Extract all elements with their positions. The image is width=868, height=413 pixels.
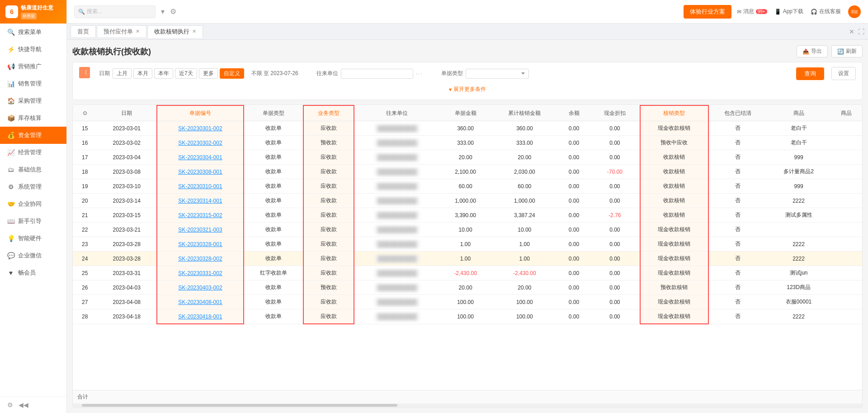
sidebar-item-quick[interactable]: ⚡快捷导航	[0, 41, 66, 58]
app-download-button[interactable]: 📱 App下载	[774, 8, 803, 15]
sidebar-item-purchase[interactable]: 🏠采购管理	[0, 92, 66, 109]
col-header-row_num[interactable]: ⊙	[73, 105, 97, 121]
solution-button[interactable]: 体验行业方案	[684, 5, 731, 19]
date-range-text: 不限 至 2023-07-26	[251, 70, 298, 77]
collapse-icon[interactable]: ◀◀	[19, 401, 28, 408]
table-row[interactable]: 162023-03-02SK-20230302-002收款单预收款███████…	[73, 136, 862, 150]
scrollbar-thumb[interactable]	[82, 404, 397, 407]
dropdown-arrow-icon[interactable]: ▾	[161, 7, 165, 16]
sidebar-item-basic[interactable]: 🗂基础信息	[0, 161, 66, 178]
cell-goods: 老白干	[767, 136, 830, 150]
close-tab-icon[interactable]: ✕	[849, 28, 854, 35]
table-row[interactable]: 262023-04-03SK-20230403-002收款单预收款███████…	[73, 280, 862, 295]
gear-icon[interactable]: ⚙	[170, 7, 176, 16]
expand-conditions-btn[interactable]: ▾ 展开更多条件	[443, 84, 491, 95]
support-button[interactable]: 🎧 在线客服	[811, 8, 841, 15]
settings-bottom-icon[interactable]: ⚙	[7, 401, 13, 408]
table-row[interactable]: 232023-03-28SK-20230328-001收款单应收款███████…	[73, 237, 862, 252]
col-header-incl_settled[interactable]: 包含已结清	[708, 105, 767, 121]
col-header-cancel_type[interactable]: 核销类型	[640, 105, 708, 121]
cell-voucher_type: 收款单	[244, 295, 303, 309]
cell-goods	[767, 223, 830, 237]
table-row[interactable]: 222023-03-21SK-20230321-003收款单应收款███████…	[73, 223, 862, 237]
sidebar-item-search[interactable]: 🔍搜索菜单	[0, 24, 66, 41]
settings-button[interactable]: 设置	[831, 67, 856, 80]
partner-dots[interactable]: ···	[416, 71, 423, 77]
col-header-goods2[interactable]: 商品	[830, 105, 862, 121]
topbar-search-box[interactable]: 🔍 搜索...	[74, 5, 156, 18]
prepay-tab-close[interactable]: ✕	[136, 28, 140, 34]
sidebar-item-system[interactable]: ⚙系统管理	[0, 178, 66, 195]
sidebar-item-guide[interactable]: 📖新手引导	[0, 213, 66, 230]
messages-button[interactable]: ✉ 消息 99+	[737, 8, 767, 15]
this-month-btn[interactable]: 本月	[133, 68, 152, 79]
cell-balance: 0.00	[558, 179, 590, 194]
cell-biz_type: 应收款	[303, 194, 354, 208]
tab-home[interactable]: 首页	[71, 25, 96, 38]
table-row[interactable]: 192023-03-10SK-20230310-001收款单应收款███████…	[73, 179, 862, 194]
query-button[interactable]: 查询	[796, 67, 824, 80]
cell-goods2	[830, 266, 862, 280]
cell-cancel_type: 现金收款核销	[640, 295, 708, 309]
collapse-filter-button[interactable]: 《	[79, 67, 90, 78]
col-header-partner[interactable]: 往来单位	[354, 105, 440, 121]
voucher-type-select[interactable]	[466, 69, 529, 79]
tab-prepay[interactable]: 预付应付单 ✕	[97, 25, 146, 38]
cell-goods2	[830, 208, 862, 223]
table-row[interactable]: 172023-03-04SK-20230304-001收款单应收款███████…	[73, 150, 862, 165]
basic-icon: 🗂	[7, 166, 14, 173]
last-month-btn[interactable]: 上月	[113, 68, 132, 79]
cell-biz_type: 应收款	[303, 309, 354, 324]
filter-bar: 《 日期 上月 本月 本年 近7天 更多 自定义 不限 至 2023-07-26	[72, 62, 863, 100]
sidebar-item-marketing[interactable]: 📢营销推广	[0, 58, 66, 75]
col-header-amount[interactable]: 单据金额	[440, 105, 491, 121]
cell-amount: 3,390.00	[440, 208, 491, 223]
export-button[interactable]: 📤 导出	[797, 45, 828, 57]
cell-voucher_type: 收款单	[244, 179, 303, 194]
sidebar-item-member[interactable]: ♥畅会员	[0, 264, 66, 281]
table-row[interactable]: 152023-03-01SK-20230301-002收款单应收款███████…	[73, 121, 862, 136]
partner-input[interactable]	[341, 69, 413, 79]
table-row[interactable]: 272023-04-08SK-20230408-001收款单应收款███████…	[73, 295, 862, 309]
collection-tab-close[interactable]: ✕	[192, 28, 196, 34]
cell-goods2	[830, 165, 862, 179]
cell-acc_amount: 1,000.00	[491, 194, 558, 208]
sidebar-item-corp[interactable]: 🤝企业协同	[0, 195, 66, 213]
cell-amount: 100.00	[440, 309, 491, 324]
col-header-goods[interactable]: 商品	[767, 105, 830, 121]
col-header-voucher_type[interactable]: 单据类型	[244, 105, 303, 121]
table-wrapper[interactable]: ⊙日期单据编号单据类型业务类型往来单位单据金额累计核销金额余额现金折扣核销类型包…	[73, 105, 862, 390]
table-row[interactable]: 242023-03-28SK-20230328-002收款单应收款███████…	[73, 252, 862, 266]
cell-partner: ██████████	[354, 179, 440, 194]
maximize-icon[interactable]: ⛶	[858, 28, 864, 35]
sidebar-item-sales[interactable]: 📊销售管理	[0, 75, 66, 92]
horizontal-scrollbar[interactable]	[73, 404, 862, 407]
col-header-acc_amount[interactable]: 累计核销金额	[491, 105, 558, 121]
custom-date-btn[interactable]: 自定义	[220, 68, 244, 79]
this-year-btn[interactable]: 本年	[154, 68, 173, 79]
table-row[interactable]: 202023-03-14SK-20230314-001收款单应收款███████…	[73, 194, 862, 208]
col-header-biz_type[interactable]: 业务类型	[303, 105, 354, 121]
more-btn[interactable]: 更多	[199, 68, 218, 79]
table-row[interactable]: 282023-04-18SK-20230418-001收款单应收款███████…	[73, 309, 862, 324]
sidebar-item-hardware[interactable]: 💡智能硬件	[0, 230, 66, 247]
refresh-button[interactable]: 🔄 刷新	[831, 45, 863, 57]
sidebar-item-operation[interactable]: 📈经营管理	[0, 144, 66, 161]
table-row[interactable]: 252023-03-31SK-20230331-002红字收款单应收款█████…	[73, 266, 862, 280]
sidebar-item-finance[interactable]: 💰资金管理	[0, 127, 66, 144]
tab-collection[interactable]: 收款核销执行 ✕	[147, 25, 203, 38]
inventory-icon: 📦	[7, 114, 14, 122]
col-header-date[interactable]: 日期	[97, 105, 157, 121]
avatar[interactable]: Rit	[848, 5, 861, 18]
col-header-balance[interactable]: 余额	[558, 105, 590, 121]
sidebar-item-inventory[interactable]: 📦库存核算	[0, 109, 66, 127]
col-header-discount[interactable]: 现金折扣	[590, 105, 640, 121]
last-7-days-btn[interactable]: 近7天	[175, 68, 197, 79]
table-row[interactable]: 182023-03-08SK-20230308-001收款单应收款███████…	[73, 165, 862, 179]
sidebar-item-wechat[interactable]: 💬企业微信	[0, 247, 66, 264]
sidebar-bottom: ⚙ ◀◀	[0, 396, 66, 413]
cell-biz_type: 应收款	[303, 295, 354, 309]
table-row[interactable]: 212023-03-15SK-20230315-002收款单应收款███████…	[73, 208, 862, 223]
col-header-voucher_no[interactable]: 单据编号	[157, 105, 244, 121]
cell-balance: 0.00	[558, 208, 590, 223]
